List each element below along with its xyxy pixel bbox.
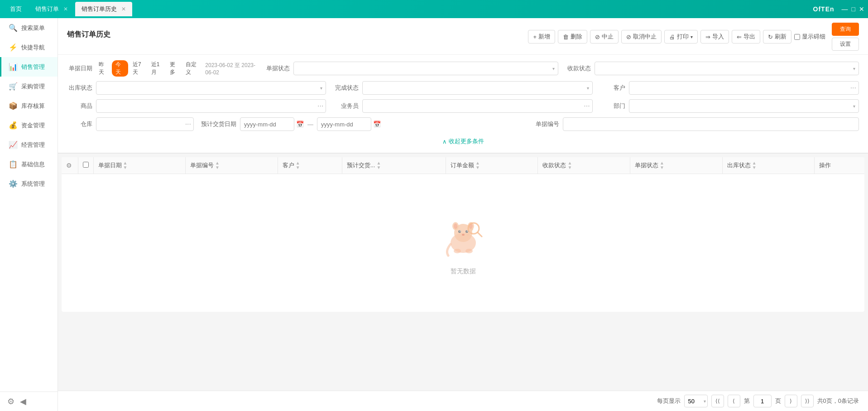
- page-number-input[interactable]: 1: [753, 395, 772, 407]
- date-sort-btn[interactable]: 单据日期 ▲▼: [98, 161, 181, 170]
- first-page-btn[interactable]: ⟨⟨: [711, 395, 724, 407]
- no-sort-btn[interactable]: 单据编号 ▲▼: [190, 161, 273, 170]
- customer-ellipsis-icon[interactable]: ···: [850, 84, 856, 92]
- sidebar-item-1[interactable]: ⚡快捷导航: [0, 38, 58, 57]
- settings-bottom-icon[interactable]: ⚙: [7, 396, 14, 406]
- receipt-status-select[interactable]: [595, 62, 859, 75]
- import-btn[interactable]: ⇒ 导入: [700, 30, 729, 44]
- salesman-input[interactable]: [362, 99, 592, 113]
- sidebar-item-5[interactable]: 💰资金管理: [0, 116, 58, 135]
- stop-btn[interactable]: ⊘ 中止: [590, 30, 619, 44]
- dept-select[interactable]: [629, 99, 859, 113]
- brand-label: OfTEn: [813, 5, 834, 13]
- refresh-btn[interactable]: ↻ 刷新: [763, 30, 791, 44]
- sidebar-item-4[interactable]: 📦库存核算: [0, 96, 58, 116]
- calendar-from-icon[interactable]: 📅: [296, 121, 304, 128]
- receipt-status-sort-btn[interactable]: 收款状态 ▲▼: [542, 161, 625, 170]
- sidebar-item-7[interactable]: 📋基础信息: [0, 155, 58, 174]
- customer-wrap: ···: [629, 81, 859, 95]
- date-label: 单据日期: [67, 64, 92, 73]
- calendar-to-icon[interactable]: 📅: [373, 121, 381, 128]
- warehouse-input[interactable]: [96, 117, 194, 131]
- page-title: 销售订单历史: [67, 30, 110, 39]
- collapse-sidebar-icon[interactable]: ◀: [20, 396, 26, 406]
- minimize-btn[interactable]: —: [842, 5, 848, 13]
- settings-btn[interactable]: 设置: [832, 38, 859, 51]
- salesman-ellipsis-icon[interactable]: ···: [584, 102, 590, 110]
- svg-point-10: [462, 234, 465, 236]
- export-btn[interactable]: ⇐ 导出: [732, 30, 760, 44]
- tab-item-0[interactable]: 首页: [4, 2, 28, 16]
- per-page-select[interactable]: 20 50 100: [684, 395, 708, 407]
- table-settings-icon[interactable]: ⚙: [66, 162, 72, 169]
- tab-close-1[interactable]: ✕: [63, 6, 68, 12]
- delivery-date-to-input[interactable]: [317, 117, 371, 131]
- tab-item-1[interactable]: 销售订单✕: [29, 2, 74, 16]
- date-1month[interactable]: 近1月: [149, 60, 165, 77]
- sidebar-label-7: 基础信息: [21, 160, 45, 169]
- customer-col: 客户 ···: [600, 81, 859, 95]
- sidebar-icon-8: ⚙️: [9, 179, 18, 188]
- goods-ellipsis-icon[interactable]: ···: [317, 102, 323, 110]
- date-custom[interactable]: 自定义: [183, 60, 201, 77]
- maximize-btn[interactable]: □: [852, 5, 855, 13]
- date-more[interactable]: 更多: [167, 60, 181, 77]
- sidebar-item-6[interactable]: 📈经营管理: [0, 135, 58, 155]
- svg-point-3: [454, 223, 457, 229]
- out-status-select[interactable]: [96, 81, 326, 95]
- query-btn[interactable]: 查询: [832, 23, 859, 36]
- close-btn[interactable]: ✕: [859, 5, 864, 13]
- complete-status-select[interactable]: [362, 81, 592, 95]
- delivery-date-from-input[interactable]: [240, 117, 294, 131]
- filter-row-3: 商品 ··· 业务员 ··· 部门: [67, 99, 859, 113]
- tab-close-2[interactable]: ✕: [121, 6, 126, 12]
- amount-sort-btn[interactable]: 订单金额 ▲▼: [451, 161, 533, 170]
- table-header: ⚙ 单据日期 ▲▼ 单据编号: [62, 157, 864, 174]
- print-btn[interactable]: 🖨 打印 ▾: [664, 30, 698, 44]
- warehouse-ellipsis-icon[interactable]: ···: [185, 120, 191, 128]
- delete-btn[interactable]: 🗑 删除: [558, 30, 587, 44]
- print-icon: 🖨: [669, 34, 675, 40]
- date-today[interactable]: 今天: [112, 60, 128, 77]
- display-columns-checkbox[interactable]: 显示碍细: [794, 33, 825, 41]
- sidebar-label-4: 库存核算: [21, 102, 45, 110]
- customer-sort-btn[interactable]: 客户 ▲▼: [283, 161, 337, 170]
- date-sort-icon: ▲▼: [123, 161, 128, 170]
- svg-line-12: [478, 232, 482, 237]
- sidebar-label-1: 快捷导航: [21, 44, 45, 52]
- display-columns-input[interactable]: [794, 34, 800, 40]
- collapse-filter-btn[interactable]: ∧ 收起更多条件: [67, 135, 859, 147]
- delivery-sort-icon: ▲▼: [376, 161, 381, 170]
- bill-no-input[interactable]: [563, 117, 859, 131]
- out-status-col: 出库状态 ▾: [67, 81, 326, 95]
- date-7days[interactable]: 近7天: [130, 60, 147, 77]
- goods-input[interactable]: [96, 99, 326, 113]
- tab-item-2[interactable]: 销售订单历史✕: [75, 2, 132, 16]
- bill-status-sort-btn[interactable]: 单据状态 ▲▼: [635, 161, 718, 170]
- sidebar-icon-1: ⚡: [9, 43, 18, 52]
- out-status-sort-btn[interactable]: 出库状态 ▲▼: [727, 161, 810, 170]
- date-yesterday[interactable]: 昨天: [96, 60, 110, 77]
- bill-no-wrap: [563, 117, 859, 131]
- customer-input[interactable]: [629, 81, 859, 95]
- sidebar-item-3[interactable]: 🛒采购管理: [0, 77, 58, 96]
- refresh-icon: ↻: [768, 34, 773, 40]
- dept-filter-col: 部门 ▾: [600, 99, 859, 113]
- bill-no-label: 单据编号: [534, 120, 559, 128]
- sidebar-icon-0: 🔍: [9, 24, 18, 32]
- cancel-stop-btn[interactable]: ⊘ 取消中止: [621, 30, 662, 44]
- sidebar-item-8[interactable]: ⚙️系统管理: [0, 174, 58, 193]
- bill-status-select[interactable]: [293, 62, 558, 75]
- bill-status-wrap: ▾: [293, 62, 558, 75]
- sidebar-item-0[interactable]: 🔍搜索菜单: [0, 18, 58, 38]
- delivery-sort-btn[interactable]: 预计交货... ▲▼: [347, 161, 441, 170]
- next-page-btn[interactable]: ⟩: [785, 395, 797, 407]
- delete-icon: 🗑: [563, 34, 569, 40]
- svg-point-6: [458, 230, 461, 233]
- filter-row-1: 单据日期 昨天 今天 近7天 近1月 更多 自定义 2023-06-02 至 2…: [67, 60, 859, 77]
- prev-page-btn[interactable]: ⟨: [728, 395, 740, 407]
- select-all-checkbox[interactable]: [83, 162, 89, 168]
- last-page-btn[interactable]: ⟩⟩: [801, 395, 814, 407]
- sidebar-item-2[interactable]: 📊销售管理: [0, 57, 58, 77]
- add-btn[interactable]: + 新增: [528, 30, 555, 44]
